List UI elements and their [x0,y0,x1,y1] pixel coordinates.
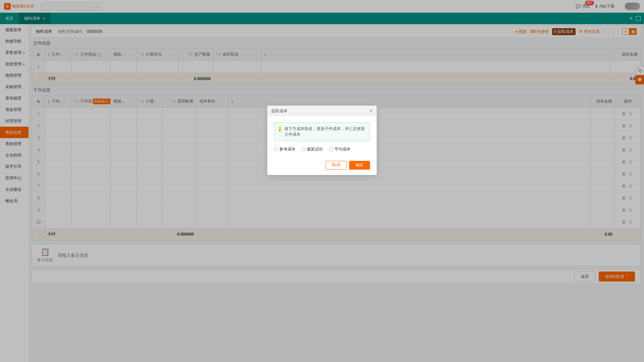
modal-title: 提取成本 [271,108,287,114]
modal-hint-text: 按下方成本取值，更新子件成本，并汇总更新父件成本 [284,126,367,137]
radio-latest-price[interactable]: 最新进价 [302,146,323,152]
radio-icon [274,147,278,151]
ok-button[interactable]: 确定 [349,161,370,170]
radio-label: 参考成本 [279,146,296,152]
cancel-button[interactable]: 取消 [326,161,346,170]
radio-reference-cost[interactable]: 参考成本 [274,146,296,152]
close-icon[interactable]: × [370,108,373,114]
modal-hint: 💡 按下方成本取值，更新子件成本，并汇总更新父件成本 [274,122,370,141]
modal-mask[interactable]: 提取成本 × 💡 按下方成本取值，更新子件成本，并汇总更新父件成本 参考成本 最… [0,0,644,362]
radio-average-cost[interactable]: 平均成本 [329,146,351,152]
radio-label: 最新进价 [307,146,323,152]
extract-cost-modal: 提取成本 × 💡 按下方成本取值，更新子件成本，并汇总更新父件成本 参考成本 最… [267,106,377,175]
radio-label: 平均成本 [334,146,351,152]
radio-icon [302,147,306,151]
lightbulb-icon: 💡 [277,126,282,132]
radio-icon [329,147,333,151]
